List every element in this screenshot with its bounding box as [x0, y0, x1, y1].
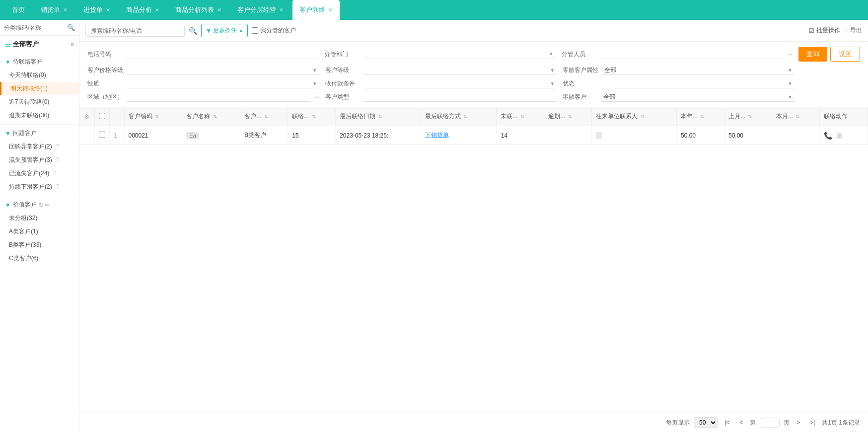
row-last-contact-method[interactable]: 下销货单	[421, 126, 497, 145]
my-customers-checkbox[interactable]: 我分管的客户	[252, 26, 296, 35]
retail-customer-select[interactable]: 全部	[603, 93, 788, 100]
customer-type-select-wrapper[interactable]	[364, 92, 557, 102]
customer-value-grade-select[interactable]	[129, 67, 312, 73]
main-search-button[interactable]: 🔍	[189, 27, 197, 35]
col-this-year[interactable]: 本年... ⇅	[676, 107, 724, 126]
col-contact[interactable]: 联络... ⇅	[288, 107, 336, 126]
col-checkbox[interactable]	[94, 107, 109, 126]
col-name[interactable]: 客户名称 ⇅	[182, 107, 240, 126]
edit-icon[interactable]: ✏	[45, 202, 50, 209]
customer-grade-field: 客户等级 ▼	[325, 66, 557, 75]
col-last-contact-date[interactable]: 最后联络日期 ⇅	[336, 107, 421, 126]
phone-action-icon[interactable]: 📞	[824, 132, 832, 140]
status-select[interactable]	[603, 80, 788, 87]
col-settings[interactable]: ⚙	[79, 107, 94, 126]
region-input[interactable]	[127, 92, 310, 102]
sidebar-class-c[interactable]: C类客户(6)	[0, 252, 79, 265]
sidebar-class-a[interactable]: A类客户(1)	[0, 225, 79, 238]
phone-input[interactable]	[126, 50, 318, 59]
close-sales-icon[interactable]: ✕	[63, 7, 68, 13]
close-product-analysis-icon[interactable]: ✕	[155, 7, 159, 13]
sidebar-week-contact[interactable]: 近7天待联络(0)	[0, 95, 79, 109]
status-select-wrapper[interactable]: ▼	[601, 79, 795, 88]
close-product-list-icon[interactable]: ✕	[217, 7, 221, 13]
page-input[interactable]: 1	[760, 418, 780, 428]
nav-sales[interactable]: 销货单 ✕	[34, 0, 74, 20]
nav-home[interactable]: 首页	[5, 0, 32, 20]
nav-product-analysis-list[interactable]: 商品分析列表 ✕	[168, 0, 228, 20]
grid-action-icon[interactable]: ⊞	[836, 132, 842, 140]
customer-grade-select-wrapper[interactable]: ▼	[364, 66, 557, 75]
export-button[interactable]: ↑ 导出	[845, 26, 862, 35]
col-last-contact-method[interactable]: 最后联络方式 ⇅	[421, 107, 497, 126]
col-last-month[interactable]: 上月... ⇅	[724, 107, 772, 126]
col-overdue[interactable]: 逾期... ⇅	[544, 107, 592, 126]
sidebar-continuous-decline[interactable]: 持续下滑客户(2) ?	[0, 180, 79, 194]
refresh-icon[interactable]: ↻	[39, 202, 44, 209]
row-code[interactable]: 000021	[124, 126, 182, 145]
nav-customer-contact[interactable]: 客户联络 ✕	[292, 0, 340, 20]
retail-attr-select-wrapper[interactable]: 全部 ▼	[602, 66, 795, 75]
sidebar-all-customers[interactable]: ⚏ 全部客户 «	[0, 36, 79, 51]
content-area: 🔍 ▼ 更多条件 ▲ 我分管的客户 ☑ 批量操作 ↑ 导出	[79, 20, 868, 432]
settings-button[interactable]: 设置	[830, 47, 860, 62]
divider2	[0, 124, 79, 125]
close-purchase-icon[interactable]: ✕	[106, 7, 110, 13]
my-customers-check-input[interactable]	[252, 27, 258, 34]
retail-customer-select-wrapper[interactable]: 全部 ▼	[601, 92, 795, 102]
sidebar-overdue-contact[interactable]: 逾期未联络(30)	[0, 109, 79, 122]
manager-input[interactable]	[600, 50, 784, 59]
page-size-select[interactable]: 50	[694, 417, 718, 428]
retail-attr-select[interactable]: 全部	[604, 67, 788, 73]
row-checkbox-input[interactable]	[99, 132, 105, 138]
department-select-wrapper[interactable]: ▼	[363, 50, 555, 59]
next-page-button[interactable]: >	[794, 418, 803, 427]
nav-customer-tier[interactable]: 客户分层经营 ✕	[230, 0, 290, 20]
col-this-month[interactable]: 本月... ⇅	[772, 107, 819, 126]
sidebar-tomorrow-contact[interactable]: 明天待联络(1)	[0, 82, 79, 95]
prev-page-button[interactable]: <	[736, 418, 746, 427]
close-customer-tier-icon[interactable]: ✕	[279, 7, 284, 13]
more-conditions-button[interactable]: ▼ 更多条件 ▲	[201, 24, 248, 37]
sidebar-search-icon[interactable]: 🔍	[67, 24, 75, 31]
col-unit-contact[interactable]: 往来单位联系人 ⇅	[592, 107, 677, 126]
value-customers-group[interactable]: ▼ 价值客户 ↻ ✏	[0, 198, 79, 212]
problem-customers-group[interactable]: ▼ 问题客户	[0, 127, 79, 140]
customer-type-select[interactable]	[366, 93, 555, 100]
pending-contact-group[interactable]: ▼ 待联络客户	[0, 55, 79, 69]
batch-ops-button[interactable]: ☑ 批量操作	[809, 26, 840, 35]
row-unit-contact	[592, 126, 677, 145]
last-page-button[interactable]: >|	[807, 418, 818, 427]
payment-select[interactable]	[366, 80, 550, 87]
sidebar-repurchase-abnormal[interactable]: 回购异常客户(2) ?	[0, 140, 79, 153]
row-checkbox[interactable]	[94, 126, 109, 145]
customer-value-grade-select-wrapper[interactable]: ▼	[127, 66, 319, 75]
region-more-icon[interactable]: ···	[314, 94, 319, 101]
col-code[interactable]: 客户编码 ⇅	[124, 107, 182, 126]
sidebar-search-input[interactable]	[4, 24, 65, 31]
manager-more-icon[interactable]: ···	[788, 51, 793, 58]
sidebar-loss-risk[interactable]: 流失预警客户(3) ?	[0, 153, 79, 167]
first-page-button[interactable]: |<	[722, 418, 732, 427]
customer-grade-select[interactable]	[366, 67, 550, 73]
select-all-checkbox[interactable]	[99, 113, 105, 119]
filter-row-3: 性质 ▼ 收付款条件 ▼ 状态	[87, 79, 860, 88]
row-name[interactable]: Ea	[182, 126, 240, 145]
col-customer-type[interactable]: 客户... ⇅	[240, 107, 288, 126]
main-search-input[interactable]	[85, 25, 185, 37]
nav-product-analysis[interactable]: 商品分析 ✕	[119, 0, 166, 20]
nav-purchase[interactable]: 进货单 ✕	[76, 0, 117, 20]
collapse-icon[interactable]: «	[71, 41, 74, 48]
query-button[interactable]: 查询	[798, 47, 827, 62]
payment-select-wrapper[interactable]: ▼	[364, 79, 557, 88]
gender-select[interactable]	[128, 80, 312, 87]
sidebar-lost[interactable]: 已流失客户(24) ?	[0, 167, 79, 180]
sidebar-ungrouped[interactable]: 未分组(32)	[0, 212, 79, 225]
sidebar-today-contact[interactable]: 今天待联络(0)	[0, 69, 79, 82]
gender-select-wrapper[interactable]: ▼	[126, 79, 319, 88]
close-customer-contact-icon[interactable]: ✕	[328, 7, 333, 13]
department-select[interactable]	[365, 51, 548, 58]
col-not-contacted[interactable]: 未联... ⇅	[497, 107, 544, 126]
filter-row-2: 客户价格等级 ▼ 客户等级 ▼ 零散客户属性	[87, 66, 860, 75]
sidebar-class-b[interactable]: B类客户(33)	[0, 238, 79, 252]
